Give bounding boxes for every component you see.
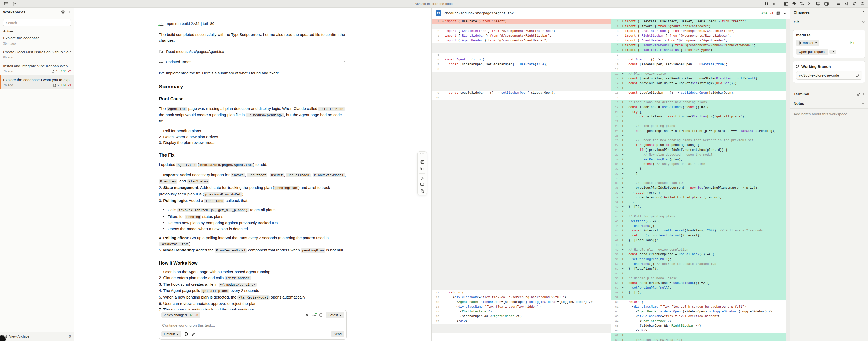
play-icon[interactable] [420,176,424,180]
tool-call-row[interactable]: Read medusa/src/pages/Agent.tsx [159,49,347,54]
message-input[interactable]: Continue working on this task... [159,320,346,329]
working-branch-card: Working Branch vk/3ccf-explore-the-code [793,61,865,83]
panel-right-icon[interactable] [825,2,829,6]
progress-ring-icon[interactable] [319,313,323,317]
divider [419,173,425,174]
line-number: 25 [611,134,621,137]
edit-branch-icon[interactable] [856,74,859,77]
code-line: const Agent = () => { [445,58,611,61]
tool-call-row[interactable]: >_npm run build 2>&1 | tail -80 [159,21,347,26]
collapse-diff-icon[interactable] [783,12,786,14]
expand-icon[interactable] [857,93,860,96]
diff-row: 50+ const handlePlanComplete = useCallba… [611,252,786,257]
diff-scrollbar-track[interactable] [786,19,790,341]
collapse-all-icon[interactable] [772,2,776,6]
list-item: 3. The hook script creates a file in ~/.… [159,281,347,288]
code-line: <div className="flex flex-col h-screen b… [445,296,611,299]
code-line: // Find pending plans [625,124,786,128]
latest-dropdown[interactable]: Latest [326,312,344,318]
workspace-item[interactable]: Install and integrate Vibe Kanban Web7h … [0,61,74,75]
expand-tool-chevron[interactable] [344,61,347,63]
gear-icon[interactable] [861,2,864,6]
diff-row: 6+import { PlanReviewModal } from "@/com… [611,43,786,48]
workspace-item-time: 6h ago [3,55,13,59]
section-heading: Summary [159,84,347,90]
terminal-section-header[interactable]: Terminal [790,89,868,99]
sign-out-icon[interactable] [13,2,17,6]
add-workspace-icon[interactable] [68,10,71,14]
diff-row: 55+ // Handle plan modal close [611,276,786,281]
workspace-item-meta: 7h ago2+61-3 [3,83,71,87]
attachment-icon[interactable] [185,332,188,336]
todos-status-icon[interactable] [312,313,316,317]
layers-icon[interactable] [61,10,65,14]
git-compare-icon[interactable] [800,2,804,6]
notes-placeholder[interactable]: Add notes about this workspace... [790,108,868,119]
line-number: 51 [611,258,621,261]
diff-row: 11 return ( [432,290,611,295]
search-input[interactable] [3,19,71,26]
notes-section-header[interactable]: Notes [790,99,868,108]
help-icon[interactable] [853,2,857,6]
working-branch-field[interactable]: vk/3ccf-explore-the-code [796,71,862,80]
code-line: const previousPlanIdsRef = useRef<Set<st… [625,82,786,85]
pull-request-options-button[interactable] [829,50,836,54]
workspace-item[interactable]: Create Good First Issues on Github So p6… [0,48,74,61]
archive-tray-icon[interactable] [4,2,8,6]
diff-sign: + [621,334,625,337]
copy-icon[interactable] [420,167,424,170]
diff-row: 44+ loadPlans(); [611,224,786,228]
files-changed-badge[interactable]: 2 files changed +61 -3 [161,312,200,318]
changes-section-header[interactable]: Changes [790,8,868,17]
menu-icon[interactable] [837,2,841,5]
chevron-down-icon [862,103,865,104]
drag-handle[interactable] [420,153,424,154]
diff-gap-row [432,190,611,195]
tool-call-row[interactable]: Updated Todos [159,60,347,64]
panel-left-icon[interactable] [784,2,788,6]
chat-scroll-area[interactable]: >_npm run build 2>&1 | tail -80The build… [74,8,431,341]
line-number: 26 [611,139,621,142]
chat-bubble-icon[interactable] [792,2,796,6]
code-line: return ( [625,300,786,304]
diff-gap-row [432,114,611,119]
hide-images-icon[interactable] [776,11,780,16]
inline-code: get_all_plans [201,289,229,293]
code-line: const toggleSidebar = () => setSidebarOp… [625,91,786,95]
line-number: 37 [611,191,621,194]
diff-old-pane: 1-import { useState } from "react";2impo… [432,19,611,341]
additions-count: +134 [59,69,66,73]
list-item: 5. When a new pending plan is detected, … [159,294,347,301]
list-item: Detects new plans by comparing against p… [159,220,347,226]
pause-icon[interactable] [765,2,768,6]
monitor-icon[interactable] [816,2,820,6]
send-button[interactable]: Send [331,331,344,337]
pen-icon[interactable] [192,332,195,336]
git-section-header[interactable]: Git [790,17,868,27]
line-number: 48 [611,244,621,247]
model-dropdown[interactable]: Default [161,331,181,337]
diff-row: 8 [611,53,786,57]
repo-more-menu[interactable]: … [858,41,862,45]
split-diff-body[interactable]: 1-import { useState } from "react";2impo… [432,19,790,341]
view-archive-row[interactable]: View Archive 0 [0,332,74,341]
diff-sign: + [621,239,625,242]
inline-code: Agent.tsx [167,107,187,111]
code-line: {sidebarOpen && <RightSidebar />} [625,324,786,328]
git-compare-icon[interactable] [420,189,424,193]
line-number: 12 [611,72,621,75]
open-pull-request-button[interactable]: Open pull request [796,49,828,55]
hide-images-icon[interactable] [420,160,424,164]
code-line: <div className="flex flex-1 overflow-hid… [445,305,611,309]
titlebar-left-actions [0,2,74,6]
line-number: 42 [611,215,621,218]
workspace-item[interactable]: Explore the codebase I want you to exp7h… [0,75,74,89]
terminal-icon[interactable] [808,2,812,5]
monitor-icon[interactable] [420,183,424,186]
deletions-count: -3 [68,83,71,87]
diff-gap-row [432,181,611,186]
burst-icon[interactable] [305,313,309,317]
megaphone-icon[interactable] [845,2,849,6]
branch-selector[interactable]: master [796,40,819,46]
workspace-item[interactable]: Explore the codebase35m ago [0,34,74,48]
